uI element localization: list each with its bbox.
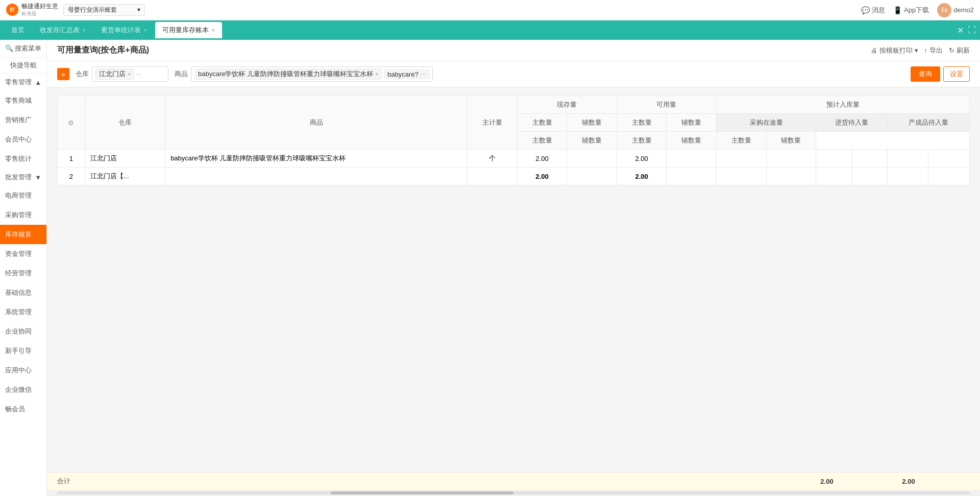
tab-receive-summary[interactable]: 收发存汇总表 × <box>33 22 93 38</box>
product-tag-2-text: babycare? <box>387 70 419 78</box>
sidebar-item-marketing[interactable]: 营销推广 <box>0 110 46 130</box>
sidebar-item-ecommerce[interactable]: 电商管理 <box>0 186 46 205</box>
row-1-purchase-pending-main <box>816 150 852 168</box>
export-btn[interactable]: ↑ 导出 <box>924 46 943 55</box>
page-actions: 🖨 按模板打印 ▾ ↑ 导出 ↻ 刷新 <box>871 46 970 55</box>
warehouse-tag-1[interactable]: 江北门店 × <box>95 68 134 80</box>
industry-selector[interactable]: 母婴行业演示账套 ▾ <box>63 4 145 16</box>
row-1-available-main: 2.00 <box>617 150 667 168</box>
sidebar-item-basic-info[interactable]: 基础信息 <box>0 283 46 302</box>
footer-bar: 合计 2.00 2.00 <box>47 472 980 490</box>
message-icon: 💬 <box>861 6 870 14</box>
close-all-icon[interactable]: ✕ <box>957 26 964 35</box>
row-2-index: 2 <box>58 168 85 185</box>
refresh-label: 刷新 <box>957 46 970 55</box>
sidebar-item-finance[interactable]: 资金管理 <box>0 244 46 264</box>
scrollbar-area <box>47 490 980 496</box>
sidebar-item-retail-mall-label: 零售商城 <box>5 96 32 105</box>
product-filter-label: 商品 <box>175 69 188 79</box>
refresh-btn[interactable]: ↻ 刷新 <box>949 46 970 55</box>
product-tag-2[interactable]: babycare? ··· <box>384 69 429 79</box>
tab-order-stats-close[interactable]: × <box>144 28 147 33</box>
settings-icon[interactable]: ⚙ <box>68 119 74 127</box>
sidebar-item-marketing-label: 营销推广 <box>5 115 32 125</box>
template-print-label: 按模板打印 <box>879 46 913 55</box>
sidebar-item-retail-stats[interactable]: 零售统计 <box>0 149 46 169</box>
row-1-stock-sub <box>567 150 617 168</box>
tab-home-label: 首页 <box>11 26 24 35</box>
warehouse-filter-tags[interactable]: 江北门店 × ··· <box>92 66 168 82</box>
app-icon: 📱 <box>893 6 902 14</box>
user-profile[interactable]: Ea demo2 <box>937 3 974 17</box>
sidebar-item-member-center[interactable]: 会员中心 <box>0 130 46 149</box>
sidebar-item-operations[interactable]: 经营管理 <box>0 264 46 283</box>
app-download-btn[interactable]: 📱 App下载 <box>893 6 929 15</box>
col-header-settings[interactable]: ⚙ <box>58 96 85 150</box>
sidebar-item-purchase[interactable]: 采购管理 <box>0 205 46 225</box>
app-download-label: App下载 <box>904 6 929 15</box>
sidebar-item-member-vip-label: 畅会员 <box>5 405 25 414</box>
fullscreen-icon[interactable]: ⛶ <box>968 26 976 35</box>
col-header-product: 商品 <box>165 96 468 150</box>
settings-btn[interactable]: 设置 <box>943 66 970 82</box>
tab-home[interactable]: 首页 <box>4 22 32 38</box>
message-btn[interactable]: 💬 消息 <box>861 6 885 15</box>
sidebar-item-app-center[interactable]: 应用中心 <box>0 361 46 380</box>
col-header-stock: 现存量 <box>517 96 617 114</box>
product-filter-tags[interactable]: babycare学饮杯 儿童防摔防撞吸管杯重力球吸嘴杯宝宝水杯 × babyca… <box>191 66 433 82</box>
sidebar-item-enterprise-collab[interactable]: 企业协同 <box>0 322 46 341</box>
product-tag-1[interactable]: babycare学饮杯 儿童防摔防撞吸管杯重力球吸嘴杯宝宝水杯 × <box>194 68 382 80</box>
message-label: 消息 <box>872 6 885 15</box>
row-2-purchase-transit-main <box>716 168 766 185</box>
tab-bar: 首页 收发存汇总表 × 要货单统计表 × 可用量库存账本 × ✕ ⛶ <box>0 20 980 40</box>
table-row: 1 江北门店 babycare学饮杯 儿童防摔防撞吸管杯重力球吸嘴杯宝宝水杯 个… <box>58 150 970 168</box>
sidebar-item-inventory[interactable]: 库存核算 <box>0 225 46 244</box>
sidebar-item-member-vip[interactable]: 畅会员 <box>0 399 46 419</box>
tab-receive-summary-close[interactable]: × <box>83 28 86 33</box>
scrollbar-thumb[interactable] <box>331 491 513 494</box>
sidebar-item-system-mgmt[interactable]: 系统管理 <box>0 302 46 322</box>
warehouse-tag-1-close[interactable]: × <box>128 72 131 77</box>
tab-bar-actions: ✕ ⛶ <box>957 26 976 35</box>
row-1-purchase-transit-main <box>716 150 766 168</box>
export-label: 导出 <box>929 46 943 55</box>
sidebar-search[interactable]: 🔍 搜索菜单 <box>0 40 46 58</box>
sidebar-item-finance-label: 资金管理 <box>5 249 32 258</box>
row-1-purchase-pending-sub <box>852 150 888 168</box>
tab-available-inventory-close[interactable]: × <box>212 28 215 33</box>
row-2-unit <box>468 168 518 185</box>
content-area: 可用量查询(按仓库+商品) 🖨 按模板打印 ▾ ↑ 导出 ↻ 刷新 » <box>47 40 980 496</box>
sidebar-item-basic-info-label: 基础信息 <box>5 288 32 297</box>
product-more[interactable]: ··· <box>421 70 426 78</box>
tab-available-inventory[interactable]: 可用量库存账本 × <box>155 22 222 38</box>
tab-order-stats[interactable]: 要货单统计表 × <box>94 22 154 38</box>
sidebar-item-wholesale-mgmt[interactable]: 批发管理 ▼ <box>0 169 46 186</box>
logo-icon: 好 <box>6 4 18 16</box>
filter-actions: 查询 设置 <box>911 66 970 82</box>
sidebar-item-enterprise-wechat-label: 企业微信 <box>5 385 32 394</box>
sidebar-item-retail-mall[interactable]: 零售商城 <box>0 91 46 110</box>
sidebar-quick-nav[interactable]: 快捷导航 <box>0 58 46 74</box>
row-2-warehouse: 江北门店【... <box>85 168 165 185</box>
sidebar-item-retail-mgmt[interactable]: 零售管理 ▲ <box>0 74 46 91</box>
tab-receive-summary-label: 收发存汇总表 <box>40 26 80 35</box>
sidebar-item-new-guide[interactable]: 新手引导 <box>0 341 46 361</box>
product-tag-1-close[interactable]: × <box>375 72 378 77</box>
quick-nav-label: 快捷导航 <box>10 61 37 69</box>
template-print-btn[interactable]: 🖨 按模板打印 ▾ <box>871 46 918 55</box>
sidebar-item-enterprise-wechat[interactable]: 企业微信 <box>0 380 46 399</box>
col-header-available: 可用量 <box>617 96 716 114</box>
chevron-up-icon: ▲ <box>35 79 41 86</box>
scrollbar-track <box>57 491 970 494</box>
logo-symbol: 好 <box>10 6 15 13</box>
sidebar-item-inventory-label: 库存核算 <box>5 230 32 239</box>
col-header-production-pending-sub: 辅数量 <box>766 132 816 150</box>
query-btn[interactable]: 查询 <box>911 66 940 82</box>
print-icon: 🖨 <box>871 46 877 54</box>
row-1-index: 1 <box>58 150 85 168</box>
filter-toggle-btn[interactable]: » <box>57 68 69 80</box>
col-header-purchase-pending-main: 主数量 <box>617 132 667 150</box>
sidebar-item-app-center-label: 应用中心 <box>5 366 32 375</box>
sidebar: 🔍 搜索菜单 快捷导航 零售管理 ▲ 零售商城 营销推广 会员中心 零售统计 批… <box>0 40 47 496</box>
warehouse-more[interactable]: ··· <box>136 70 141 78</box>
